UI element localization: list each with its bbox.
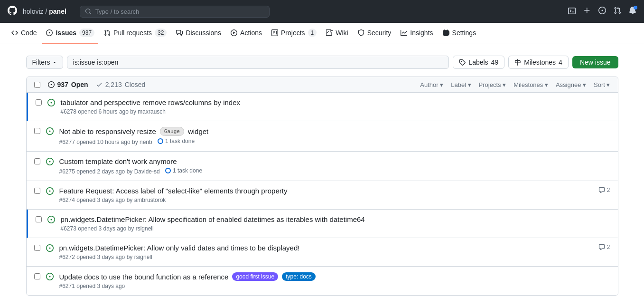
label-filter[interactable]: Label ▾: [451, 81, 471, 88]
issue-checkbox-6278[interactable]: [36, 99, 42, 106]
open-issue-icon-6278: [47, 99, 55, 106]
tab-actions[interactable]: Actions: [227, 23, 266, 43]
tab-security[interactable]: Security: [354, 23, 395, 43]
issue-meta-6274: #6274 opened 3 days ago by ambrustorok: [59, 197, 593, 203]
filters-label: Filters: [32, 58, 50, 66]
author-filter[interactable]: Author ▾: [420, 81, 443, 88]
issue-title-6273[interactable]: pn.widgets.DatetimePicker: Allow specifi…: [61, 215, 365, 223]
discussions-tab-icon: [176, 29, 183, 36]
tab-code[interactable]: Code: [8, 23, 40, 43]
closed-issues-count[interactable]: 2,213 Closed: [96, 81, 146, 88]
tab-discussions[interactable]: Discussions: [172, 23, 225, 43]
issue-title-6272[interactable]: pn.widgets.DatetimePicker: Allow only va…: [59, 244, 300, 252]
tab-projects-label: Projects: [281, 29, 305, 37]
issue-meta-6275: #6275 opened 2 days ago by Davide-sd 1 t…: [59, 167, 610, 175]
milestones-button[interactable]: Milestones 4: [508, 56, 569, 69]
issue-body-6272: pn.widgets.DatetimePicker: Allow only va…: [59, 244, 593, 260]
issue-author-link-6274[interactable]: ambrustorok: [134, 197, 166, 203]
search-icon: [85, 8, 92, 15]
comment-count-6272[interactable]: 2: [598, 244, 610, 250]
projects-tab-icon: [271, 29, 278, 36]
tab-insights-label: Insights: [410, 29, 433, 37]
tab-discussions-label: Discussions: [186, 29, 221, 37]
global-search[interactable]: Type / to search: [80, 6, 270, 18]
pr-tab-count: 32: [155, 29, 167, 37]
task-circle-6277: [158, 138, 163, 144]
tab-insights[interactable]: Insights: [397, 23, 437, 43]
task-badge-6277: 1 task done: [158, 138, 195, 144]
terminal-button[interactable]: [568, 7, 576, 16]
issue-checkbox-6277[interactable]: [34, 128, 40, 134]
issues-tab-count: 937: [79, 29, 94, 37]
label-type-docs-6271: type: docs: [282, 272, 316, 281]
issue-row: Not able to responsively resize Gauge wi…: [27, 121, 618, 152]
comment-icon-6274: [598, 187, 605, 193]
milestones-count: 4: [559, 58, 562, 66]
repo-owner-link[interactable]: holoviz: [23, 8, 44, 15]
tab-code-label: Code: [21, 29, 37, 37]
milestones-icon: [514, 59, 521, 66]
tab-projects[interactable]: Projects 1: [268, 23, 320, 44]
comment-count-6274[interactable]: 2: [598, 187, 610, 193]
sort-filter[interactable]: Sort ▾: [594, 81, 610, 88]
open-issue-icon-6271: [46, 273, 54, 280]
issue-title-6278[interactable]: tabulator and perspective remove rows/co…: [61, 98, 241, 106]
issues-button[interactable]: [598, 7, 606, 16]
issue-meta-6277: #6277 opened 10 hours ago by nenb 1 task…: [59, 138, 610, 145]
label-good-first-issue-6271: good first issue: [232, 272, 278, 281]
projects-filter[interactable]: Projects ▾: [479, 81, 506, 88]
issue-checkbox-6274[interactable]: [34, 188, 40, 194]
issues-header-right: Author ▾ Label ▾ Projects ▾ Milestones ▾…: [420, 81, 610, 88]
filters-button[interactable]: Filters: [26, 56, 63, 69]
issue-meta-6272: #6272 opened 3 days ago by rsignell: [59, 254, 593, 260]
milestones-filter[interactable]: Milestones ▾: [513, 81, 548, 88]
issue-title-6277[interactable]: Not able to responsively resize: [59, 127, 156, 135]
issues-container: 937 Open 2,213 Closed Author ▾ Label ▾ P…: [26, 77, 618, 296]
closed-label: Closed: [125, 81, 146, 88]
issue-author-link-6272[interactable]: rsignell: [134, 254, 152, 260]
issue-row: pn.widgets.DatetimePicker: Allow specifi…: [27, 210, 618, 238]
new-issue-button[interactable]: New issue: [572, 56, 618, 68]
issue-author-link-6278[interactable]: maxrausch: [138, 108, 166, 115]
issue-body-6273: pn.widgets.DatetimePicker: Allow specifi…: [61, 215, 610, 232]
issue-title-6271[interactable]: Update docs to use the bound function as…: [59, 273, 229, 281]
tab-pullrequests[interactable]: Pull requests 32: [100, 23, 170, 44]
issue-row: Update docs to use the bound function as…: [27, 267, 618, 295]
open-issues-count[interactable]: 937 Open: [48, 81, 88, 88]
open-issue-icon: [48, 81, 55, 88]
tab-settings-label: Settings: [452, 29, 476, 37]
pullrequest-button[interactable]: [614, 7, 621, 16]
issues-header-left: 937 Open 2,213 Closed: [34, 81, 413, 88]
issues-tab-icon: [46, 29, 53, 36]
issues-icon: [598, 7, 606, 14]
tab-wiki[interactable]: Wiki: [322, 23, 352, 43]
issue-title-6275[interactable]: Custom template don't work anymore: [59, 157, 177, 165]
issue-body-6278: tabulator and perspective remove rows/co…: [61, 98, 610, 115]
create-button[interactable]: [583, 7, 591, 16]
plus-icon: [583, 7, 591, 14]
labels-button[interactable]: Labels 49: [453, 56, 504, 69]
repo-name-link[interactable]: panel: [49, 8, 66, 15]
issue-label-gauge: Gauge: [160, 127, 184, 136]
open-issue-icon-6273: [47, 216, 55, 223]
issue-row: Custom template don't work anymore #6275…: [27, 152, 618, 181]
issue-author-link-6277[interactable]: nenb: [140, 139, 152, 145]
issue-checkbox-6273[interactable]: [36, 216, 42, 222]
code-icon: [11, 29, 18, 36]
issue-title-6274[interactable]: Feature Request: Access label of "select…: [59, 187, 288, 195]
issue-author-link-6275[interactable]: Davide-sd: [134, 168, 160, 175]
issues-header: 937 Open 2,213 Closed Author ▾ Label ▾ P…: [27, 77, 618, 93]
issue-checkbox-6271[interactable]: [34, 273, 40, 279]
issue-checkbox-6275[interactable]: [34, 158, 40, 164]
github-logo[interactable]: [8, 6, 17, 18]
notification-button[interactable]: [629, 7, 636, 16]
tab-settings[interactable]: Settings: [439, 23, 480, 43]
tab-issues-label: Issues: [56, 29, 76, 37]
select-all-checkbox[interactable]: [34, 82, 40, 88]
tab-issues[interactable]: Issues 937: [42, 23, 98, 44]
assignee-filter[interactable]: Assignee ▾: [556, 81, 586, 88]
issues-search-input[interactable]: [67, 56, 449, 69]
task-badge-6275: 1 task done: [165, 167, 202, 174]
issue-author-link-6273[interactable]: rsignell: [136, 225, 154, 232]
issue-checkbox-6272[interactable]: [34, 245, 40, 251]
